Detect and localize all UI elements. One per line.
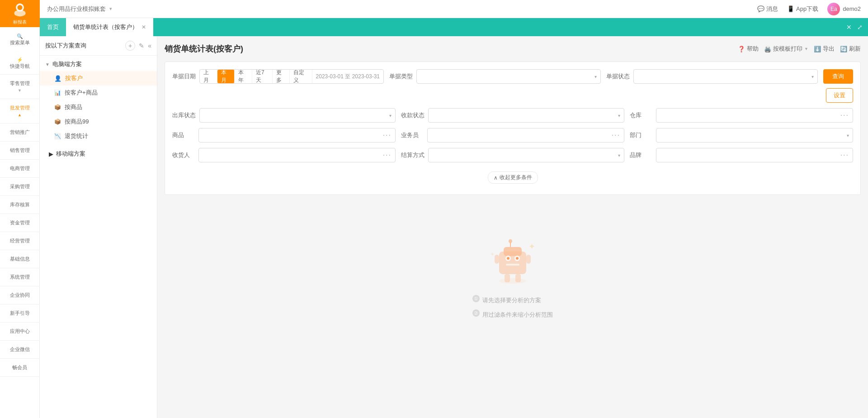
doc-status-label: 单据状态 bbox=[606, 72, 630, 81]
doc-type-input[interactable]: ▾ bbox=[416, 69, 601, 84]
sidebar: 标报表 🔍 搜索菜单 ⚡ 快捷导航 零售管理 ▼ 批发管理 ▲ 营销推广 销售管… bbox=[0, 0, 40, 418]
desktop-arrow-icon: ▼ bbox=[45, 62, 50, 67]
add-scheme-button[interactable]: + bbox=[125, 41, 135, 51]
consignee-label: 收货人 bbox=[172, 151, 195, 159]
window-close-button[interactable]: ✕ bbox=[846, 24, 852, 31]
user-menu-button[interactable]: Ea demo2 bbox=[827, 3, 861, 15]
help-button[interactable]: ❓ 帮助 bbox=[738, 45, 759, 53]
sidebar-item-inventory[interactable]: 库存核算 bbox=[0, 196, 40, 214]
mobile-group-label: 移动端方案 bbox=[56, 150, 85, 158]
empty-text: ① 请先选择要分析的方案 ② 用过滤条件来缩小分析范围 bbox=[472, 294, 553, 323]
payment-method-input[interactable]: ▾ bbox=[428, 148, 624, 162]
scheme-group-desktop[interactable]: ▼ 电脑端方案 bbox=[40, 57, 157, 71]
breadcrumb-arrow-icon[interactable]: ▾ bbox=[109, 6, 112, 12]
tab-sales-report-label: 销货单统计表（按客户） bbox=[73, 23, 138, 31]
top-header: 办公用品行业模拟账套 ▾ 💬 消息 📱 App下载 Ea demo2 bbox=[40, 0, 868, 18]
refresh-button[interactable]: 🔄 刷新 bbox=[840, 45, 861, 53]
scheme-item-by-product-99[interactable]: 📦 按商品99 bbox=[40, 114, 157, 129]
refresh-label: 刷新 bbox=[849, 45, 861, 53]
action-buttons: 查询 设置 bbox=[823, 69, 853, 103]
date-tab-custom[interactable]: 自定义 bbox=[290, 70, 312, 83]
app-download-button[interactable]: 📱 App下载 bbox=[787, 5, 818, 13]
filter-area: 单据日期 上月 本月 本年 近7天 更多 自定义 2023-03-01 至 20… bbox=[165, 62, 861, 195]
product-filter-item: 商品 ··· bbox=[172, 128, 396, 142]
sidebar-item-retail[interactable]: 零售管理 ▼ bbox=[0, 75, 40, 99]
date-tab-last-month[interactable]: 上月 bbox=[200, 70, 217, 83]
date-filter[interactable]: 上月 本月 本年 近7天 更多 自定义 2023-03-01 至 2023-03… bbox=[199, 69, 384, 84]
sidebar-item-apps[interactable]: 应用中心 bbox=[0, 323, 40, 341]
collapse-label: 收起更多条件 bbox=[500, 174, 532, 181]
sidebar-item-finance[interactable]: 资金管理 bbox=[0, 214, 40, 232]
svg-rect-11 bbox=[495, 255, 499, 264]
product-input[interactable]: ··· bbox=[198, 128, 396, 142]
date-range-value: 2023-03-01 至 2023-03-31 bbox=[312, 73, 383, 81]
collapse-button[interactable]: ∧ 收起更多条件 bbox=[488, 171, 538, 184]
export-label: 导出 bbox=[823, 45, 835, 53]
salesperson-input[interactable]: ··· bbox=[427, 128, 624, 142]
breadcrumb-text[interactable]: 办公用品行业模拟账套 bbox=[47, 5, 106, 13]
sidebar-item-quicknav[interactable]: ⚡ 快捷导航 bbox=[0, 52, 40, 75]
window-maximize-button[interactable]: ⤢ bbox=[857, 24, 863, 31]
out-status-input[interactable]: ▾ bbox=[199, 108, 396, 123]
return-stats-icon: 📉 bbox=[54, 133, 61, 139]
scheme-item-by-customer[interactable]: 👤 按客户 bbox=[40, 71, 157, 86]
sidebar-item-ecommerce[interactable]: 电商管理 bbox=[0, 160, 40, 178]
scheme-item-return-stats[interactable]: 📉 退货统计 bbox=[40, 129, 157, 143]
query-button[interactable]: 查询 bbox=[823, 69, 853, 84]
sidebar-item-enterprise[interactable]: 企业协同 bbox=[0, 286, 40, 304]
out-status-label: 出库状态 bbox=[172, 111, 196, 119]
sidebar-item-marketing[interactable]: 营销推广 bbox=[0, 124, 40, 142]
sidebar-item-basic[interactable]: 基础信息 bbox=[0, 250, 40, 268]
search-icon: 🔍 bbox=[2, 33, 38, 39]
page-title: 销货单统计表(按客户) bbox=[165, 43, 243, 54]
date-tab-current-year[interactable]: 本年 bbox=[235, 70, 252, 83]
avatar: Ea bbox=[827, 3, 840, 15]
scheme-item-by-customer-product[interactable]: 📊 按客户+商品 bbox=[40, 86, 157, 100]
help-icon: ❓ bbox=[738, 46, 745, 52]
customer-icon: 👤 bbox=[54, 75, 61, 82]
warehouse-input[interactable]: ··· bbox=[656, 108, 853, 123]
doc-status-input[interactable]: ▾ bbox=[633, 69, 818, 84]
date-tab-last-7[interactable]: 近7天 bbox=[252, 70, 273, 83]
edit-scheme-button[interactable]: ✎ bbox=[139, 42, 144, 49]
logo[interactable]: 标报表 bbox=[0, 0, 40, 27]
sidebar-item-operation[interactable]: 经营管理 bbox=[0, 232, 40, 250]
sidebar-item-sales[interactable]: 销售管理 bbox=[0, 142, 40, 160]
download-icon: 📱 bbox=[787, 5, 794, 12]
product-label: 商品 bbox=[172, 131, 195, 139]
quicknav-icon: ⚡ bbox=[2, 57, 38, 63]
setting-button[interactable]: 设置 bbox=[826, 88, 853, 103]
empty-state: ✦ ✦ ① 请先选择要分析的方案 ② 用过滤条件来缩小分析范围 bbox=[165, 195, 861, 360]
page-title-actions: ❓ 帮助 🖨️ 按模板打印 ▼ ⬇️ 导出 🔄 刷新 bbox=[738, 45, 861, 53]
template-print-button[interactable]: 🖨️ 按模板打印 ▼ bbox=[764, 45, 808, 53]
tab-close-icon[interactable]: ✕ bbox=[142, 24, 146, 30]
svg-point-16 bbox=[509, 239, 512, 243]
sidebar-item-purchase[interactable]: 采购管理 bbox=[0, 178, 40, 196]
consignee-input[interactable]: ··· bbox=[198, 148, 396, 162]
date-tab-more[interactable]: 更多 bbox=[273, 70, 290, 83]
tab-sales-report[interactable]: 销货单统计表（按客户） ✕ bbox=[66, 18, 153, 36]
sidebar-item-member[interactable]: 畅会员 bbox=[0, 359, 40, 377]
salesperson-label: 业务员 bbox=[401, 131, 424, 139]
mobile-arrow-icon: ▶ bbox=[49, 151, 53, 157]
sidebar-item-wholesale[interactable]: 批发管理 ▲ bbox=[0, 99, 40, 124]
warehouse-label: 仓库 bbox=[630, 111, 652, 119]
date-tab-current-month[interactable]: 本月 bbox=[217, 70, 235, 83]
sidebar-item-newbie[interactable]: 新手引导 bbox=[0, 304, 40, 323]
sidebar-item-search[interactable]: 🔍 搜索菜单 bbox=[0, 27, 40, 52]
export-button[interactable]: ⬇️ 导出 bbox=[814, 45, 835, 53]
sidebar-item-system[interactable]: 系统管理 bbox=[0, 268, 40, 286]
svg-rect-5 bbox=[504, 247, 522, 256]
tab-home[interactable]: 首页 bbox=[40, 18, 66, 36]
sidebar-item-wechat[interactable]: 企业微信 bbox=[0, 341, 40, 359]
receipt-status-input[interactable]: ▾ bbox=[428, 108, 624, 123]
scheme-item-label: 按商品 bbox=[65, 103, 82, 111]
collapse-panel-button[interactable]: « bbox=[148, 42, 151, 49]
salesperson-filter-item: 业务员 ··· bbox=[401, 128, 624, 142]
brand-input[interactable]: ··· bbox=[656, 148, 853, 162]
empty-step-1: ① 请先选择要分析的方案 bbox=[472, 294, 553, 306]
department-input[interactable]: ▾ bbox=[656, 128, 853, 142]
message-button[interactable]: 💬 消息 bbox=[757, 5, 778, 13]
scheme-group-mobile[interactable]: ▶ 移动端方案 bbox=[40, 147, 157, 161]
scheme-item-by-product[interactable]: 📦 按商品 bbox=[40, 100, 157, 114]
